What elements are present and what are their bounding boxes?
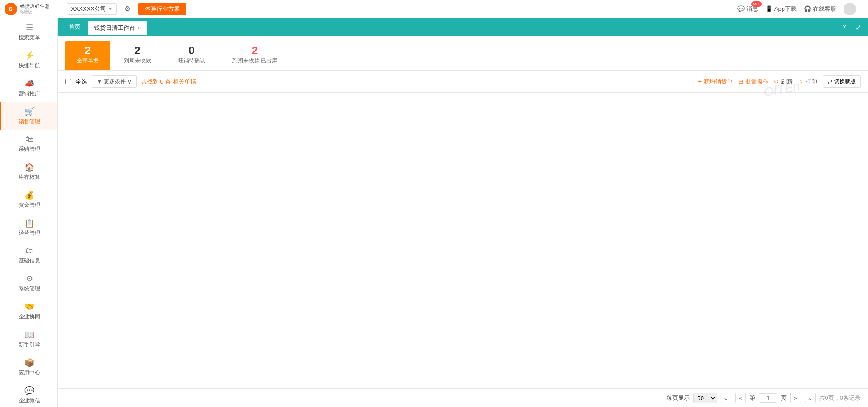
sidebar-item-inventory[interactable]: 🏠 库存核算 [0,158,57,186]
app-download-icon: 📱 [765,5,773,12]
prev-page-btn[interactable]: < [735,393,746,403]
purchase-icon: 🛍 [25,135,33,144]
switch-version-btn[interactable]: ⇄ 切换新版 [823,75,861,88]
sidebar-item-operations-label: 经营管理 [19,229,40,237]
stat-all-number: 2 [85,44,90,57]
last-page-btn[interactable]: » [805,393,816,403]
notification-badge: 99+ [751,1,762,7]
refresh-label: 刷新 [781,78,793,86]
page-label-end: 页 [781,394,787,402]
batch-icon: ⊞ [738,78,743,85]
sidebar-item-app-center[interactable]: 📦 应用中心 [0,353,57,381]
sidebar-item-sales-label: 销售管理 [19,118,40,126]
wechat-icon: 💬 [24,386,34,396]
sidebar-item-enterprise[interactable]: 🤝 企业协同 [0,297,57,325]
refresh-icon: ↺ [774,78,779,85]
trial-button[interactable]: 体验行业方案 [138,3,186,15]
result-number: 0 [160,78,164,85]
stat-overdue-label: 到期未收款 [124,57,151,65]
tab-active-label: 钱货日清工作台 [94,24,135,32]
content-area: 2 全部单据 2 到期未收款 0 旺铺待确认 2 到期未收款 已出库 [58,36,868,407]
sidebar-item-base-info[interactable]: 🗂 基础信息 [0,242,57,269]
page-number-input[interactable] [759,393,777,403]
sidebar-item-wechat-label: 企业微信 [19,397,40,405]
sidebar-item-wechat[interactable]: 💬 企业微信 [0,381,57,407]
result-count: 共找到 0 条 相关单据 [141,78,196,86]
inventory-icon: 🏠 [24,162,34,172]
filter-icon: ▼ [97,79,102,85]
select-all-checkbox[interactable] [65,79,71,84]
sidebar-item-quick-nav-label: 快捷导航 [19,62,40,70]
logo-name: 畅捷通好生意 [20,3,50,9]
tab-actions: × ⤢ [839,22,863,33]
sidebar-item-purchase-label: 采购管理 [19,145,40,153]
app-center-icon: 📦 [24,358,34,368]
tab-minimize-btn[interactable]: × [839,22,850,33]
sidebar: ☰ 搜索菜单 ⚡ 快捷导航 📣 营销推广 🛒 销售管理 🛍 采购管理 🏠 库存核… [0,18,58,407]
new-order-label: 新增销货单 [703,78,733,86]
page-size-select[interactable]: 50 10 20 100 [693,393,717,403]
stat-tab-all[interactable]: 2 全部单据 [65,41,110,70]
sidebar-item-operations[interactable]: 📋 经营管理 [0,214,57,242]
company-name: XXXXXX公司 [71,5,106,13]
batch-label: 批量操作 [745,78,769,86]
settings-icon[interactable]: ⚙ [121,3,134,15]
sidebar-item-finance[interactable]: 💰 资金管理 [0,186,57,214]
next-page-btn[interactable]: > [790,393,801,403]
app-download-label: App下载 [774,5,797,13]
finance-icon: 💰 [24,190,34,200]
switch-icon: ⇄ [828,79,832,85]
top-header: 6 畅捷通好生意 标准版 XXXXXX公司 ▼ ⚙ 体验行业方案 💬 消息 99… [0,0,868,18]
stat-shipped-label: 到期未收款 已出库 [232,57,277,65]
marketing-icon: 📣 [24,79,34,89]
main-content: 首页 钱货日清工作台 × × ⤢ 2 全部单据 2 到期未收款 [58,18,868,407]
tab-home[interactable]: 首页 [62,20,87,34]
new-order-icon: + [698,78,702,85]
logo-icon: 6 [5,3,17,15]
sidebar-item-finance-label: 资金管理 [19,201,40,209]
batch-btn[interactable]: ⊞ 批量操作 [738,78,769,86]
print-icon: 🖨 [798,78,804,85]
sidebar-item-purchase[interactable]: 🛍 采购管理 [0,130,57,158]
sidebar-item-guide[interactable]: 📖 新手引导 [0,325,57,353]
company-dropdown-icon: ▼ [108,6,113,11]
table-area [58,93,868,388]
stat-pending-number: 0 [189,44,194,57]
print-btn[interactable]: 🖨 打印 [798,78,817,86]
tab-active[interactable]: 钱货日清工作台 × [88,21,147,35]
sidebar-item-sales[interactable]: 🛒 销售管理 [0,102,57,130]
refresh-btn[interactable]: ↺ 刷新 [774,78,793,86]
logo-area: 6 畅捷通好生意 标准版 [5,3,62,15]
online-service-item[interactable]: 🎧 在线客服 [804,5,836,13]
app-download-item[interactable]: 📱 App下载 [765,5,797,13]
company-selector[interactable]: XXXXXX公司 ▼ [67,3,117,15]
first-page-btn[interactable]: « [721,393,731,403]
page-label: 第 [750,394,755,402]
tab-maximize-btn[interactable]: ⤢ [853,22,863,33]
stat-overdue-number: 2 [134,44,140,57]
switch-label: 切换新版 [834,78,856,85]
sidebar-item-marketing[interactable]: 📣 营销推广 [0,74,57,102]
filter-button[interactable]: ▼ 更多条件 ∨ [92,75,137,88]
system-icon: ⚙ [26,274,33,284]
stat-tab-overdue[interactable]: 2 到期未收款 [110,41,165,70]
pagination: 每页显示 50 10 20 100 « < 第 页 > » 共0页，0条记录 [58,388,868,407]
new-order-btn[interactable]: + 新增销货单 [698,78,733,86]
sidebar-item-search[interactable]: ☰ 搜索菜单 [0,18,57,46]
guide-icon: 📖 [24,330,34,340]
tab-close-icon[interactable]: × [138,25,141,31]
header-right: 💬 消息 99+ 📱 App下载 🎧 在线客服 [737,3,863,15]
sidebar-item-quick-nav[interactable]: ⚡ 快捷导航 [0,46,57,74]
stat-tab-pending[interactable]: 0 旺铺待确认 [165,41,219,70]
sidebar-item-system-label: 系统管理 [19,285,40,293]
logo-text-group: 畅捷通好生意 标准版 [20,3,50,15]
stats-tabs: 2 全部单据 2 到期未收款 0 旺铺待确认 2 到期未收款 已出库 [58,36,868,71]
sidebar-item-system[interactable]: ⚙ 系统管理 [0,269,57,297]
online-service-label: 在线客服 [813,5,836,13]
stat-tab-shipped[interactable]: 2 到期未收款 已出库 [219,41,291,70]
avatar[interactable] [844,3,856,15]
print-label: 打印 [806,78,817,86]
base-info-icon: 🗂 [25,246,33,256]
sales-icon: 🛒 [24,107,34,117]
notification-item[interactable]: 💬 消息 99+ [737,5,758,13]
